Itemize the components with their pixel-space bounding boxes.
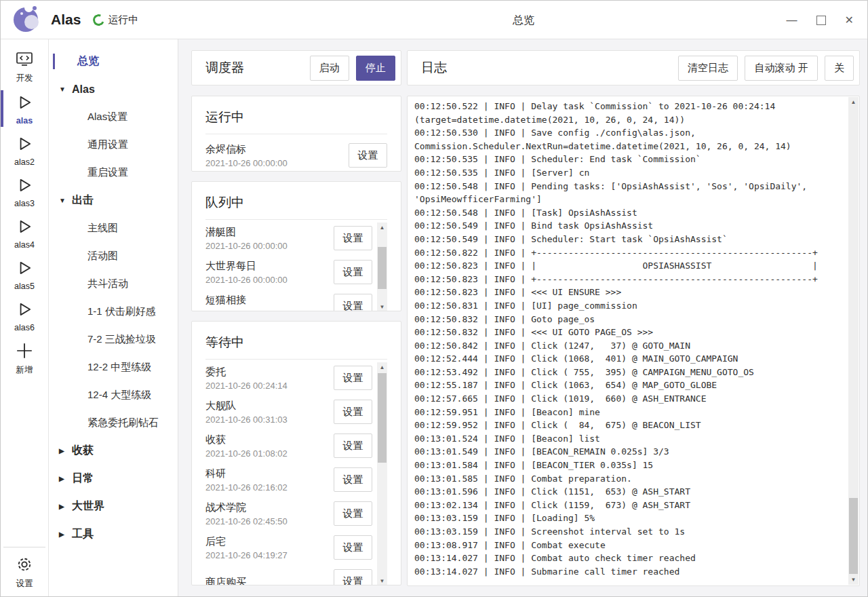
nav-item[interactable]: 重启设置 — [49, 159, 178, 187]
clear-log-button[interactable]: 清空日志 — [678, 56, 738, 81]
log-line: 00:12:50.549 | INFO | Scheduler: Start t… — [414, 233, 842, 246]
close-button[interactable]: ✕ — [845, 15, 854, 26]
instance-rail: 开发 alas — [1, 39, 49, 597]
page-title: 总览 — [178, 1, 868, 39]
maximize-button[interactable] — [816, 16, 826, 25]
nav-item[interactable]: 1-1 伏击刷好感 — [49, 298, 178, 326]
play-icon — [16, 218, 33, 238]
nav-item[interactable]: ▼ Alas — [49, 75, 178, 103]
waiting-title: 等待中 — [205, 330, 387, 359]
log-line: 00:12:59.951 | INFO | [Beacon] mine — [414, 406, 842, 419]
nav-item[interactable]: ▶ 日常 — [49, 465, 178, 493]
log-line: 00:12:50.823 | INFO | | OPSIASHASSIST | — [414, 259, 842, 273]
log-line: Commission.Scheduler.NextRun=datetime.da… — [414, 140, 842, 153]
sidebar-instance-item[interactable]: alas6 — [1, 295, 48, 336]
autoscroll-on-button[interactable]: 自动滚动 开 — [745, 56, 817, 81]
settings-label: 设置 — [16, 578, 33, 590]
log-view[interactable]: 00:12:50.522 | INFO | Delay task `Commis… — [407, 96, 860, 586]
scroll-up-icon[interactable]: ▲ — [377, 223, 387, 232]
task-settings-button[interactable]: 设置 — [334, 467, 372, 492]
sidebar-item-settings[interactable]: 设置 — [1, 547, 48, 596]
log-line: 00:12:50.530 | INFO | Save config ./conf… — [414, 126, 842, 140]
log-line: 00:12:50.823 | INFO | +-----------------… — [414, 273, 842, 286]
waiting-list: 委托 2021-10-26 00:24:14 设置 大舰队 2021- — [205, 361, 387, 585]
task-name: 科研 — [205, 465, 334, 481]
sidebar-instance-item[interactable]: alas3 — [1, 171, 48, 212]
task-name: 短猫相接 — [205, 292, 334, 307]
minimize-button[interactable]: — — [787, 15, 797, 26]
nav-arrow-icon: ▼ — [59, 85, 72, 93]
scrollbar-thumb[interactable] — [378, 247, 387, 289]
play-icon — [16, 176, 33, 197]
scrollbar-thumb[interactable] — [849, 498, 858, 574]
play-icon — [16, 259, 33, 280]
nav-item[interactable]: 共斗活动 — [49, 270, 178, 298]
nav-item[interactable]: 7-2 三战捡垃圾 — [49, 326, 178, 353]
nav-item-label: 12-4 大型练级 — [87, 389, 151, 402]
task-settings-button[interactable]: 设置 — [334, 400, 372, 424]
nav-item[interactable]: ▶ 工具 — [49, 520, 178, 548]
task-settings-button[interactable]: 设置 — [349, 143, 387, 168]
scroll-down-icon[interactable]: ▼ — [377, 577, 387, 585]
task-info: 潜艇图 2021-10-26 00:00:00 — [205, 224, 334, 253]
log-line: 00:13:03.159 | INFO | [Loading] 5% — [414, 512, 842, 525]
nav-item-label: 紧急委托刷钻石 — [87, 417, 159, 429]
sidebar-item-label: alas — [16, 116, 33, 126]
scheduler-status: 运行中 — [108, 14, 138, 26]
nav-item[interactable]: ▶ 大世界 — [49, 493, 178, 520]
task-settings-button[interactable]: 设置 — [334, 535, 372, 560]
log-line: 00:12:59.952 | INFO | Click ( 84, 675) @… — [414, 419, 842, 432]
waiting-scrollbar[interactable]: ▲ ▼ — [377, 362, 387, 585]
log-line: 00:12:50.842 | INFO | Click (1247, 37) @… — [414, 339, 842, 353]
sidebar-instance-item[interactable]: 新增 — [1, 336, 48, 379]
task-settings-button[interactable]: 设置 — [334, 501, 372, 526]
nav-item[interactable]: 主线图 — [49, 214, 178, 242]
nav-item[interactable]: 活动图 — [49, 242, 178, 270]
scheduler-column: 调度器 启动 停止 运行中 余烬信标 — [191, 50, 401, 597]
log-title: 日志 — [421, 59, 447, 77]
sidebar-instance-item[interactable]: alas5 — [1, 254, 48, 294]
sidebar-instance-item[interactable]: alas2 — [1, 130, 48, 170]
log-line: 00:13:01.596 | INFO | Click (1151, 653) … — [414, 485, 842, 499]
sidebar-instance-item[interactable]: 开发 — [1, 45, 48, 88]
nav-item[interactable]: ▶ 收获 — [49, 437, 178, 465]
task-info: 商店购买 — [205, 574, 334, 586]
app-logo-icon — [12, 5, 40, 34]
scheduler-stop-button[interactable]: 停止 — [356, 56, 395, 81]
task-info: 大世界每日 2021-10-26 00:00:00 — [205, 258, 334, 287]
log-line: 00:13:01.584 | INFO | [BEACON_TIER 0.035… — [414, 459, 842, 472]
nav-item-label: 通用设置 — [87, 138, 128, 151]
scroll-down-icon[interactable]: ▼ — [848, 575, 859, 584]
running-card: 运行中 余烬信标 2021-10-26 00:00:00 设置 — [191, 96, 401, 172]
nav-item[interactable]: 紧急委托刷钻石 — [49, 409, 178, 437]
scheduler-start-button[interactable]: 启动 — [310, 56, 349, 81]
task-settings-button[interactable]: 设置 — [334, 294, 372, 311]
task-time: 2021-10-26 00:00:00 — [205, 239, 334, 253]
nav-item[interactable]: ▼ 出击 — [49, 187, 178, 214]
scroll-down-icon[interactable]: ▼ — [377, 303, 387, 311]
sidebar-instance-item[interactable]: alas — [1, 88, 48, 129]
task-settings-button[interactable]: 设置 — [334, 226, 372, 250]
log-line: 00:12:50.548 | INFO | Pending tasks: ['O… — [414, 180, 842, 193]
scrollbar-thumb[interactable] — [378, 373, 387, 463]
nav-item[interactable]: 12-2 中型练级 — [49, 353, 178, 381]
log-scrollbar[interactable]: ▲ ▼ — [848, 97, 859, 585]
pending-card: 队列中 潜艇图 2021-10-26 00:00:00 — [191, 181, 401, 311]
nav-item[interactable]: 12-4 大型练级 — [49, 381, 178, 409]
nav-item[interactable]: 总览 — [49, 47, 178, 75]
scroll-up-icon[interactable]: ▲ — [848, 98, 859, 107]
task-row: 大世界每日 2021-10-26 00:00:00 设置 — [205, 255, 372, 289]
sidebar-instance-item[interactable]: alas4 — [1, 212, 48, 253]
task-settings-button[interactable]: 设置 — [334, 569, 372, 585]
log-line: 00:13:01.585 | INFO | Combat preparation… — [414, 472, 842, 486]
task-settings-button[interactable]: 设置 — [334, 434, 372, 458]
nav-item[interactable]: Alas设置 — [49, 103, 178, 131]
nav-item[interactable]: 通用设置 — [49, 131, 178, 159]
pending-scrollbar[interactable]: ▲ ▼ — [377, 223, 387, 311]
scroll-up-icon[interactable]: ▲ — [377, 363, 387, 372]
nav-arrow-icon: ▶ — [59, 531, 72, 538]
autoscroll-off-button[interactable]: 关 — [825, 56, 854, 81]
task-settings-button[interactable]: 设置 — [334, 260, 372, 284]
scheduler-panel-header: 调度器 启动 停止 — [191, 50, 401, 85]
task-settings-button[interactable]: 设置 — [334, 366, 372, 390]
